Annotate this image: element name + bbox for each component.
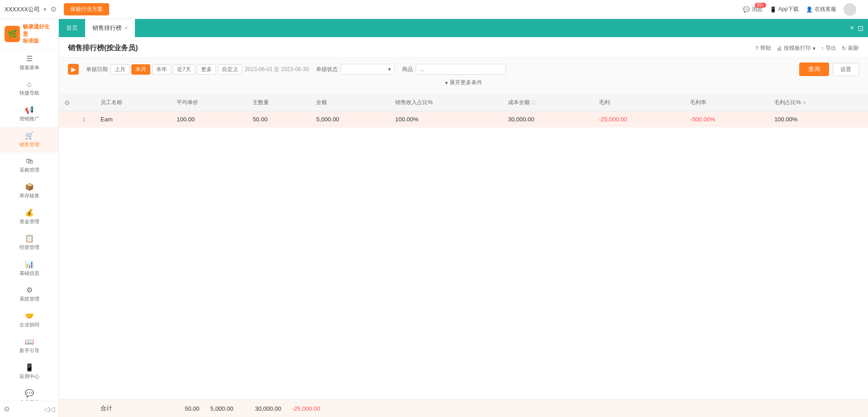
col-rank [77,94,95,111]
system-icon: ⚙ [26,286,33,294]
tab-maximize-icon[interactable]: ⊡ [858,24,863,33]
footer-sales-pct [239,405,249,412]
status-select[interactable]: ▾ [340,64,395,75]
col-gross-pct: 毛利占比% ⇅ [769,94,868,111]
col-amount: 全额 [311,94,389,111]
search-menu-label: 搜索菜单 [19,64,39,71]
table-row: 1 Eam 100.00 50.00 [59,111,868,128]
gross-pct-sort-icon[interactable]: ⇅ [802,100,806,105]
this-month-button[interactable]: 本月 [131,64,150,75]
more-date-button[interactable]: 更多 [197,64,216,75]
sidebar-item-app-center[interactable]: 📱 应用中心 [0,359,58,384]
company-dropdown-icon[interactable]: ▾ [43,6,47,13]
col-quantity: 主数量 [247,94,311,111]
logo-icon: 🌿 [5,26,20,42]
print-button[interactable]: 🖨 按模板打印 ▾ [777,44,815,52]
inventory-label: 库存核算 [19,192,39,199]
trial-button[interactable]: 体验行业方案 [64,3,109,15]
sidebar-item-quick-nav[interactable]: ⌂ 快捷导航 [0,76,58,101]
print-icon: 🖨 [777,45,782,52]
sidebar-item-wechat[interactable]: 💬 企业微信 [0,384,58,401]
avatar[interactable] [844,3,856,16]
footer-cells: 50.00 5,000.00 30,000.00 -25,000.00 [168,405,863,412]
online-service-label: 在线客服 [815,5,836,13]
export-button[interactable]: ↑ 导出 [821,44,836,52]
sidebar-item-sales[interactable]: 🛒 销售管理 [0,127,58,153]
page-header: 销售排行榜(按业务员) ? 帮助 🖨 按模板打印 ▾ ↑ [59,37,868,58]
help-button[interactable]: ? 帮助 [755,44,771,52]
footer-label: 合计 [64,404,168,412]
basic-info-label: 基础信息 [19,270,39,277]
top-bar: XXXXXX公司 ▾ ⚙ 体验行业方案 💬 消息 99+ 📱 App下载 👤 在… [0,0,868,19]
col-avg-price: 平均单价 [171,94,247,111]
guide-icon: 📖 [25,337,34,346]
footer-amount: 5,000.00 [205,405,239,412]
finance-icon: 💰 [25,208,34,217]
footer-avg-price [168,405,179,412]
query-button[interactable]: 查询 [799,62,829,76]
refresh-button[interactable]: ↻ 刷新 [842,44,859,52]
operation-icon: 📋 [25,234,34,243]
tab-home[interactable]: 首页 [59,19,85,37]
finance-label: 资金管理 [19,218,39,225]
sidebar-logo: 🌿 畅康通好生意 标准版 [0,19,58,50]
search-menu-icon: ☰ [26,54,33,63]
goods-more-icon: ... [420,66,424,72]
col-sales-pct: 销售收入占比% [390,94,503,111]
tab-sales-ranking[interactable]: 销售排行榜 × [85,19,135,37]
this-year-button[interactable]: 本年 [152,64,171,75]
sidebar-item-marketing[interactable]: 📢 营销推广 [0,101,58,127]
print-dropdown-icon[interactable]: ▾ [813,45,815,52]
sidebar-item-basic-info[interactable]: 📊 基础信息 [0,255,58,281]
tab-close-icon[interactable]: × [125,25,128,31]
message-badge: 99+ [755,3,766,8]
status-select-chevron: ▾ [388,66,391,72]
cost-info-icon[interactable]: ⓘ [531,99,536,106]
quick-nav-label: 快捷导航 [19,90,39,96]
sidebar-item-enterprise[interactable]: 🤝 企业协同 [0,307,58,333]
filter-row: ▶ 单据日期 上月 本月 本年 近7天 更多 自定义 2023- [68,62,859,76]
last7-button[interactable]: 近7天 [173,64,195,75]
page-title: 销售排行榜(按业务员) [68,43,138,53]
tab-bar: 首页 销售排行榜 × × ⊡ [59,19,868,37]
online-service-area[interactable]: 👤 在线客服 [806,5,836,13]
sidebar-collapse-icon[interactable]: ◁◁ [44,405,55,413]
expand-conditions-button[interactable]: ▾ 展开更多条件 [445,79,482,86]
basic-info-icon: 📊 [25,260,34,268]
col-settings[interactable]: ⚙ [59,94,77,111]
expand-label: 展开更多条件 [450,79,482,86]
sales-ranking-table: ⚙ 员工名称 平均单价 主数量 [59,94,868,128]
filter-expand-button[interactable]: ▶ [68,64,79,75]
sidebar-item-finance[interactable]: 💰 资金管理 [0,204,58,230]
goods-filter-item: 商品 ... [402,64,506,75]
topbar-settings-icon[interactable]: ⚙ [50,5,57,14]
sales-icon: 🛒 [25,131,34,140]
wechat-icon: 💬 [25,389,34,398]
sidebar-item-search-menu[interactable]: ☰ 搜索菜单 [0,50,58,76]
sidebar-bottom: ⚙ ◁◁ [0,401,58,417]
row-avg-price-cell: 100.00 [171,111,247,128]
help-icon: ? [755,45,758,52]
sidebar-item-inventory[interactable]: 📦 库存核算 [0,178,58,204]
settings-button[interactable]: 设置 [833,63,859,76]
last-month-button[interactable]: 上月 [110,64,129,75]
message-icon-area[interactable]: 💬 消息 99+ [743,5,762,13]
sidebar-item-purchase[interactable]: 🛍 采购管理 [0,153,58,178]
table-settings-icon[interactable]: ⚙ [64,99,70,106]
sidebar-item-guide[interactable]: 📖 新手引导 [0,333,58,359]
footer-gross: -25,000.00 [287,405,326,412]
col-cost: 成本全额 ⓘ [503,94,594,111]
purchase-label: 采购管理 [19,167,39,173]
status-filter-label: 单据状态 [316,66,338,73]
sidebar-settings-icon[interactable]: ⚙ [4,405,10,413]
row-quantity-cell: 50.00 [247,111,311,128]
sidebar-item-operation[interactable]: 📋 经营管理 [0,230,58,255]
tab-close-all-icon[interactable]: × [850,24,854,32]
app-download-area[interactable]: 📱 App下载 [770,5,799,13]
company-name: XXXXXX公司 [5,5,40,14]
footer-quantity: 50.00 [179,405,205,412]
custom-date-button[interactable]: 自定义 [218,64,242,75]
row-gross-cell: -25,000.00 [594,111,685,128]
sidebar-item-system[interactable]: ⚙ 系统管理 [0,281,58,307]
goods-input[interactable]: ... [416,64,506,75]
